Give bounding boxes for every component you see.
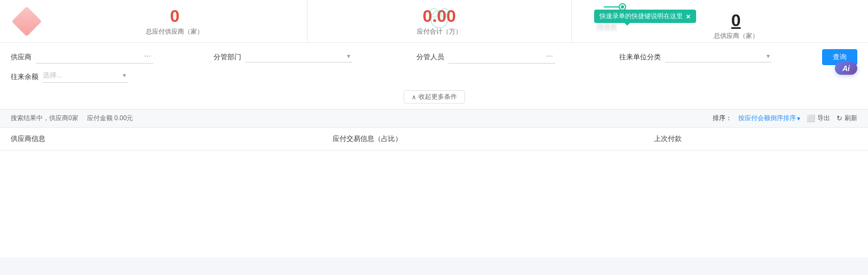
supplier-dots[interactable]: ··· xyxy=(142,51,153,61)
balance-label: 往来余额 xyxy=(11,72,38,82)
svg-rect-9 xyxy=(605,24,609,28)
ai-badge[interactable]: Ai xyxy=(835,62,857,75)
sort-chevron: ▾ xyxy=(797,115,800,122)
balance-select-wrap: 选择... ▾ xyxy=(43,70,128,83)
stat-payable-total: 0.00 应付合计（万） xyxy=(307,0,572,42)
unit-chevron[interactable]: ▾ xyxy=(764,52,772,60)
dept-input[interactable] xyxy=(246,52,345,60)
tooltip-area: 快速录单的快捷键说明在这里 × xyxy=(604,4,625,10)
col-supplier-header: 供应商信息 xyxy=(11,134,333,144)
svg-point-3 xyxy=(437,17,441,21)
collapse-bar: ∧ 收起更多条件 xyxy=(11,87,857,109)
stat-total-suppliers: 快速录单的快捷键说明在这里 × 0 总供应商（家） xyxy=(572,0,868,42)
summary-supplier: 搜索结果中，供应商0家 xyxy=(11,114,78,123)
refresh-icon: ↻ xyxy=(837,114,842,122)
dept-input-wrap: ▾ xyxy=(246,52,352,62)
balance-placeholder: 选择... xyxy=(43,70,121,80)
export-button[interactable]: ⬜ 导出 xyxy=(807,114,830,123)
tooltip-line xyxy=(604,6,620,7)
svg-rect-10 xyxy=(611,24,616,28)
collapse-label: 收起更多条件 xyxy=(419,92,457,101)
unit-input[interactable] xyxy=(665,52,764,60)
sort-select[interactable]: 按应付会额倒序排序 ▾ xyxy=(738,114,800,123)
tooltip-bubble: 快速录单的快捷键说明在这里 × xyxy=(594,10,696,23)
balance-chevron[interactable]: ▾ xyxy=(121,72,128,79)
refresh-label: 刷新 xyxy=(845,114,857,123)
supplier-label: 供应商 xyxy=(11,52,31,62)
tooltip-close-btn[interactable]: × xyxy=(686,12,690,21)
filter-bar: 供应商 ··· 分管部门 ▾ 分管人员 ··· 往来单位分 xyxy=(0,43,868,109)
sort-label: 排序： xyxy=(713,114,732,123)
result-bar: 搜索结果中，供应商0家 应付金额 0.00元 排序： 按应付会额倒序排序 ▾ ⬜… xyxy=(0,109,868,128)
result-summary: 搜索结果中，供应商0家 应付金额 0.00元 xyxy=(11,114,133,123)
stat-total-payable-suppliers: 0 总应付供应商（家） xyxy=(0,0,307,42)
sort-value: 按应付会额倒序排序 xyxy=(738,114,796,123)
filter-row-2: 往来余额 选择... ▾ xyxy=(11,70,857,83)
manager-label: 分管人员 xyxy=(416,52,444,62)
collapse-button[interactable]: ∧ 收起更多条件 xyxy=(404,90,465,104)
unit-label: 往来单位分类 xyxy=(619,52,661,62)
bear-icon xyxy=(423,4,455,38)
manager-input-wrap: ··· xyxy=(448,51,555,64)
diamond-icon xyxy=(16,11,37,32)
filter-supplier: 供应商 ··· xyxy=(11,51,192,64)
filter-manager: 分管人员 ··· xyxy=(416,51,598,64)
supplier-input[interactable] xyxy=(36,52,142,60)
total-suppliers-label: 总供应商（家） xyxy=(714,32,759,41)
export-icon: ⬜ xyxy=(807,114,815,122)
dept-label: 分管部门 xyxy=(214,52,241,62)
tooltip-text: 快速录单的快捷键说明在这里 xyxy=(599,12,683,21)
col-payment-header: 上次付款 xyxy=(654,134,857,144)
total-suppliers-number: 0 xyxy=(731,10,741,30)
export-label: 导出 xyxy=(817,114,830,123)
manager-input[interactable] xyxy=(448,52,544,60)
refresh-button[interactable]: ↻ 刷新 xyxy=(837,114,857,123)
summary-amount: 应付金额 0.00元 xyxy=(87,114,133,123)
col-transaction-header: 应付交易信息（占比） xyxy=(333,134,654,144)
filter-balance: 往来余额 选择... ▾ xyxy=(11,70,128,83)
stats-bar: 0 总应付供应商（家） 0.00 应付合计（万） xyxy=(0,0,868,43)
unit-input-wrap: ▾ xyxy=(665,52,772,62)
supplier-input-wrap: ··· xyxy=(36,51,153,64)
table-header: 供应商信息 应付交易信息（占比） 上次付款 xyxy=(0,128,868,151)
tooltip-dot xyxy=(620,4,625,10)
filter-dept: 分管部门 ▾ xyxy=(214,52,395,62)
payable-suppliers-number: 0 xyxy=(170,6,179,26)
table-body xyxy=(0,151,868,257)
dept-chevron[interactable]: ▾ xyxy=(345,52,352,60)
svg-rect-8 xyxy=(598,24,603,28)
result-actions: 排序： 按应付会额倒序排序 ▾ ⬜ 导出 ↻ 刷新 xyxy=(713,114,857,123)
payable-suppliers-label: 总应付供应商（家） xyxy=(146,27,203,36)
filter-unit: 往来单位分类 ▾ xyxy=(619,52,801,62)
collapse-icon: ∧ xyxy=(412,93,416,101)
filter-row-1: 供应商 ··· 分管部门 ▾ 分管人员 ··· 往来单位分 xyxy=(11,49,857,65)
manager-dots[interactable]: ··· xyxy=(544,51,555,61)
